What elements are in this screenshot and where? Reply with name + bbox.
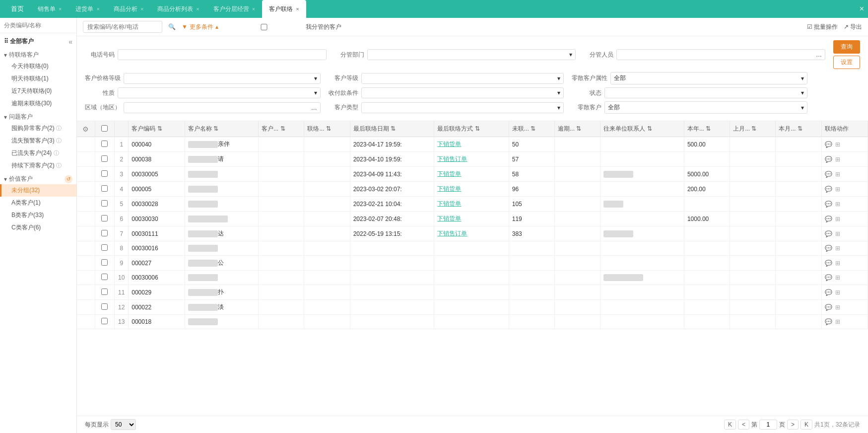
filter-retail-customer-select[interactable]: 全部 ▾ [604, 101, 807, 114]
tab-purchase[interactable]: 进货单 × [68, 0, 106, 18]
last-method-link[interactable]: 下销货单 [437, 185, 461, 192]
sidebar-item-classC[interactable]: C类客户(6) [0, 221, 76, 234]
tab-bar-close-all[interactable]: × [860, 4, 864, 13]
filter-phone-input[interactable] [118, 49, 327, 60]
grid-icon[interactable]: ⊞ [835, 245, 840, 252]
search-icon[interactable]: 🔍 [168, 23, 176, 30]
th-last-month[interactable]: 上月... ⇅ [730, 121, 776, 137]
row5-checkbox[interactable] [101, 200, 108, 207]
more-conditions-btn[interactable]: ▼ 更多条件 ▴ [182, 23, 218, 31]
page-size-select[interactable]: 50 100 200 [111, 419, 136, 430]
row11-checkbox[interactable] [101, 289, 108, 295]
row13-checkbox[interactable] [101, 318, 108, 324]
select-all-checkbox[interactable] [101, 125, 108, 132]
filter-customer-type-select[interactable]: ▾ [361, 102, 564, 113]
tab-sales[interactable]: 销售单 × [31, 0, 68, 18]
th-not-contacted[interactable]: 未联... ⇅ [509, 121, 554, 137]
th-this-year[interactable]: 本年... ⇅ [684, 121, 730, 137]
chat-icon[interactable]: 💬 [825, 156, 832, 163]
filter-customer-level-select[interactable]: ▾ [361, 73, 564, 84]
sidebar-item-classB[interactable]: B类客户(33) [0, 209, 76, 221]
chat-icon[interactable]: 💬 [825, 274, 832, 281]
last-method-link[interactable]: 下销售订单 [437, 230, 467, 237]
row12-checkbox[interactable] [101, 303, 108, 310]
sidebar-group-pending[interactable]: ▾ 待联络客户 [0, 48, 76, 60]
sidebar-item-churn-warn[interactable]: 流失预警客户(3) ⓘ [0, 135, 76, 147]
row9-checkbox[interactable] [101, 259, 108, 266]
page-input[interactable] [759, 420, 777, 430]
sidebar-item-hoarding[interactable]: 囤购异常客户(2) ⓘ [0, 122, 76, 135]
filter-manager-select[interactable]: … [616, 49, 825, 60]
sidebar-item-classA[interactable]: A类客户(1) [0, 197, 76, 209]
grid-icon[interactable]: ⊞ [835, 171, 840, 178]
chat-icon[interactable]: 💬 [825, 260, 832, 267]
row7-checkbox[interactable] [101, 230, 108, 236]
filter-payment-select[interactable]: ▾ [361, 87, 564, 98]
td-last-method[interactable]: 下销售订单 [434, 152, 509, 167]
filter-retail-attr-select[interactable]: 全部 ▾ [610, 72, 807, 84]
first-page-btn[interactable]: K [724, 420, 736, 430]
tab-analysis-list[interactable]: 商品分析列表 × [150, 0, 206, 18]
sidebar-item-overdue[interactable]: 逾期未联络(30) [0, 97, 76, 110]
grid-icon[interactable]: ⊞ [835, 289, 840, 296]
td-last-method[interactable]: 下销货单 [434, 212, 509, 226]
chat-icon[interactable]: 💬 [825, 245, 832, 252]
chat-icon[interactable]: 💬 [825, 304, 832, 311]
grid-icon[interactable]: ⊞ [835, 230, 840, 237]
th-last-method[interactable]: 最后联络方式 ⇅ [434, 121, 509, 137]
prev-page-btn[interactable]: < [738, 420, 749, 430]
th-settings[interactable]: ⚙ [77, 121, 95, 137]
last-page-btn[interactable]: K [801, 420, 812, 430]
grid-icon[interactable]: ⊞ [835, 186, 840, 193]
grid-icon[interactable]: ⊞ [835, 304, 840, 311]
chat-icon[interactable]: 💬 [825, 171, 832, 178]
sidebar-all-customers[interactable]: ⠿ 全部客户 « [0, 33, 76, 48]
grid-icon[interactable]: ⊞ [835, 156, 840, 163]
th-overdue[interactable]: 逾期... ⇅ [555, 121, 601, 137]
tab-home[interactable]: 首页 [4, 0, 31, 18]
last-method-link[interactable]: 下销售订单 [437, 155, 467, 162]
row3-checkbox[interactable] [101, 170, 108, 177]
sidebar-item-ungroup[interactable]: 未分组(32) [0, 184, 76, 197]
th-contact[interactable]: 联络... ⇅ [304, 121, 350, 137]
row4-checkbox[interactable] [101, 185, 108, 192]
grid-icon[interactable]: ⊞ [835, 318, 840, 325]
sidebar-collapse-icon[interactable]: « [68, 38, 72, 46]
td-last-method[interactable]: 下销售订单 [434, 226, 509, 241]
filter-dept-select[interactable]: ▾ [367, 49, 576, 60]
row1-checkbox[interactable] [101, 141, 108, 147]
filter-status-select[interactable]: ▾ [604, 87, 807, 98]
tab-analysis[interactable]: 商品分析 × [107, 0, 150, 18]
td-last-method[interactable]: 下销货单 [434, 167, 509, 182]
export-btn[interactable]: ↗ 导出 [844, 23, 862, 31]
reset-btn[interactable]: 设置 [833, 56, 860, 69]
grid-icon[interactable]: ⊞ [835, 141, 840, 148]
sidebar-item-churned[interactable]: 已流失客户(24) ⓘ [0, 147, 76, 159]
td-last-method[interactable]: 下销货单 [434, 137, 509, 152]
sidebar-search-input[interactable] [4, 22, 77, 29]
th-cat[interactable]: 客户... ⇅ [259, 121, 304, 137]
last-method-link[interactable]: 下销货单 [437, 215, 461, 222]
tab-analysis-close[interactable]: × [140, 6, 143, 12]
th-code[interactable]: 客户编码 ⇅ [129, 121, 185, 137]
th-unit-contacts[interactable]: 往来单位联系人 ⇅ [601, 121, 684, 137]
sidebar-group-value[interactable]: ▾ 价值客户 ↺ [0, 172, 76, 184]
tab-customer-contact-close[interactable]: × [296, 6, 299, 12]
grid-icon[interactable]: ⊞ [835, 274, 840, 281]
tab-customer-contact[interactable]: 客户联络 × [262, 0, 306, 18]
row10-checkbox[interactable] [101, 274, 108, 280]
chat-icon[interactable]: 💬 [825, 201, 832, 208]
search-input[interactable] [83, 21, 162, 33]
settings-icon[interactable]: ⚙ [82, 125, 89, 133]
row2-checkbox[interactable] [101, 155, 108, 162]
query-btn[interactable]: 查询 [833, 40, 860, 54]
filter-region-select[interactable]: … [124, 102, 321, 113]
grid-icon[interactable]: ⊞ [835, 201, 840, 208]
td-last-method[interactable]: 下销货单 [434, 197, 509, 212]
chat-icon[interactable]: 💬 [825, 186, 832, 193]
my-customers-checkbox[interactable] [224, 24, 304, 30]
grid-icon[interactable]: ⊞ [835, 260, 840, 267]
batch-op-btn[interactable]: ☑ 批量操作 [807, 23, 838, 31]
filter-gender-select[interactable]: ▾ [118, 87, 321, 98]
filter-price-level-select[interactable]: ▾ [124, 73, 321, 84]
